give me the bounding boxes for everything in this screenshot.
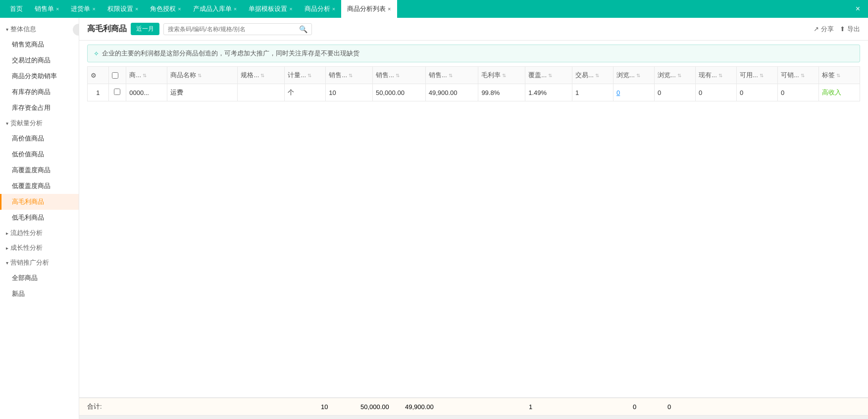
th-browse1[interactable]: 浏览... ⇅ [613, 67, 655, 84]
th-sales3[interactable]: 销售... ⇅ [425, 67, 478, 84]
footer-current: 0 [630, 403, 664, 411]
sidebar-item-low-value[interactable]: 低价值商品 [0, 146, 79, 162]
sort-icon-7: ⇅ [449, 73, 453, 78]
content-header: 高毛利商品 近一月 🔍 ↗ 分享 ⬆ 导出 [79, 18, 868, 41]
filter-recent-month-button[interactable]: 近一月 [131, 23, 159, 35]
nav-purchase-order[interactable]: 进货单 × [65, 0, 101, 18]
sidebar-item-in-stock-goods[interactable]: 有库存的商品 [0, 84, 79, 100]
nav-sales-order[interactable]: 销售单 × [29, 0, 65, 18]
th-transaction[interactable]: 交易... ⇅ [572, 67, 613, 84]
nav-home-label: 首页 [10, 4, 23, 13]
nav-product-analysis-close[interactable]: × [332, 6, 335, 12]
bottom-scrollbar[interactable] [79, 415, 868, 419]
arrow-down-icon-2: ▾ [6, 121, 8, 126]
info-icon: ✧ [94, 50, 99, 57]
th-tag[interactable]: 标签 ⇅ [818, 67, 860, 84]
sort-icon-3: ⇅ [260, 73, 264, 78]
cell-code: 0000... [126, 84, 167, 101]
data-table: ⚙ 商... ⇅ [87, 66, 860, 101]
th-sales1[interactable]: 销售... ⇅ [326, 67, 373, 84]
search-input[interactable] [168, 26, 299, 33]
nav-role-close[interactable]: × [178, 6, 181, 12]
row-checkbox[interactable] [114, 89, 120, 95]
nav-product-warehousing-label: 产成品入库单 [193, 4, 232, 13]
export-button[interactable]: ⬆ 导出 [840, 25, 860, 34]
nav-product-analysis-list-close[interactable]: × [388, 6, 391, 12]
sidebar-section-marketing[interactable]: ▾ 营销推广分析 [0, 255, 79, 270]
nav-template-close[interactable]: × [289, 6, 292, 12]
sort-icon-5: ⇅ [349, 73, 353, 78]
nav-product-warehousing[interactable]: 产成品入库单 × [187, 0, 243, 18]
footer-sales3: 49,900.00 [402, 403, 447, 411]
th-checkbox [108, 67, 126, 84]
nav-permission-close[interactable]: × [135, 6, 138, 12]
nav-purchase-close[interactable]: × [92, 6, 95, 12]
cell-salable: 0 [777, 84, 818, 101]
th-coverage[interactable]: 覆盖... ⇅ [525, 67, 572, 84]
nav-permission-label: 权限设置 [107, 4, 133, 13]
sort-icon-9: ⇅ [548, 73, 552, 78]
th-available[interactable]: 可用... ⇅ [736, 67, 777, 84]
table-row: 1 0000... 运费 个 10 50,000.00 49,900.00 99… [88, 84, 860, 101]
arrow-right-icon-2: ▸ [6, 245, 8, 251]
sidebar-item-category-sales-rate[interactable]: 商品分类助销率 [0, 68, 79, 84]
content-area: 高毛利商品 近一月 🔍 ↗ 分享 ⬆ 导出 ✧ 企业的主要的利润都是这部分商品创… [79, 18, 868, 419]
nav-template-settings[interactable]: 单据模板设置 × [243, 0, 298, 18]
sort-icon-10: ⇅ [595, 73, 599, 78]
th-settings[interactable]: ⚙ [88, 67, 109, 84]
sidebar-item-low-margin[interactable]: 低毛利商品 [0, 210, 79, 226]
sort-icon-14: ⇅ [760, 73, 764, 78]
th-code[interactable]: 商... ⇅ [126, 67, 167, 84]
nav-product-analysis[interactable]: 商品分析 × [299, 0, 341, 18]
sidebar-item-inventory-capital[interactable]: 库存资金占用 [0, 100, 79, 116]
th-current[interactable]: 现有... ⇅ [695, 67, 736, 84]
sidebar-section-trend[interactable]: ▸ 流趋性分析 [0, 226, 79, 240]
window-close-button[interactable]: × [852, 4, 864, 13]
nav-purchase-label: 进货单 [71, 4, 90, 13]
search-box: 🔍 [163, 23, 312, 35]
sidebar-contribution-items: 高价值商品 低价值商品 高覆盖度商品 低覆盖度商品 高毛利商品 低毛利商品 [0, 131, 79, 226]
settings-icon[interactable]: ⚙ [91, 72, 97, 79]
th-name[interactable]: 商品名称 ⇅ [167, 67, 238, 84]
cell-available: 0 [736, 84, 777, 101]
select-all-checkbox[interactable] [112, 72, 118, 79]
th-gross-rate[interactable]: 毛利率 ⇅ [478, 67, 525, 84]
sidebar-item-low-coverage[interactable]: 低覆盖度商品 [0, 178, 79, 194]
sidebar-item-all-products[interactable]: 全部商品 [0, 270, 79, 286]
sort-icon-15: ⇅ [801, 73, 805, 78]
sidebar-item-traded-goods[interactable]: 交易过的商品 [0, 52, 79, 68]
nav-product-warehousing-close[interactable]: × [234, 6, 237, 12]
cell-coverage: 1.49% [525, 84, 572, 101]
sort-icon-16: ⇅ [836, 73, 840, 78]
sidebar-item-new-products[interactable]: 新品 [0, 286, 79, 302]
th-spec[interactable]: 规格... ⇅ [238, 67, 285, 84]
nav-home[interactable]: 首页 [4, 0, 29, 18]
nav-permission-settings[interactable]: 权限设置 × [102, 0, 144, 18]
sidebar-item-high-coverage[interactable]: 高覆盖度商品 [0, 162, 79, 178]
nav-product-analysis-list[interactable]: 商品分析列表 × [341, 0, 397, 18]
th-salable[interactable]: 可销... ⇅ [777, 67, 818, 84]
sort-icon-4: ⇅ [307, 73, 311, 78]
cell-unit: 个 [285, 84, 326, 101]
sidebar-section-overall[interactable]: ▾ 整体信息 [0, 22, 79, 37]
th-sales2[interactable]: 销售... ⇅ [373, 67, 426, 84]
browse1-link[interactable]: 0 [616, 89, 620, 96]
nav-product-analysis-list-label: 商品分析列表 [347, 4, 386, 13]
sidebar-section-growth[interactable]: ▸ 成长性分析 [0, 240, 79, 255]
cell-browse1[interactable]: 0 [613, 84, 655, 101]
sidebar-item-high-margin[interactable]: 高毛利商品 [0, 194, 79, 210]
sort-icon-12: ⇅ [677, 73, 681, 78]
sort-icon-2: ⇅ [198, 73, 202, 78]
th-browse2[interactable]: 浏览... ⇅ [654, 67, 695, 84]
footer-total: 合计: 10 50,000.00 49,900.00 1 0 0 [79, 397, 868, 415]
nav-sales-close[interactable]: × [56, 6, 59, 12]
sidebar-item-sales-overview[interactable]: 销售览商品 [0, 37, 79, 52]
sidebar-item-high-value[interactable]: 高价值商品 [0, 131, 79, 146]
sidebar-section-contribution[interactable]: ▾ 贡献量分析 [0, 116, 79, 131]
cell-checkbox[interactable] [108, 84, 126, 101]
search-icon[interactable]: 🔍 [299, 25, 307, 33]
share-button[interactable]: ↗ 分享 [814, 25, 834, 34]
th-unit[interactable]: 计量... ⇅ [285, 67, 326, 84]
nav-role-auth[interactable]: 角色授权 × [144, 0, 187, 18]
info-banner-text: 企业的主要的利润都是这部分商品创造的，可考虑加大推广，同时关注库存是不要出现缺货 [102, 49, 359, 58]
